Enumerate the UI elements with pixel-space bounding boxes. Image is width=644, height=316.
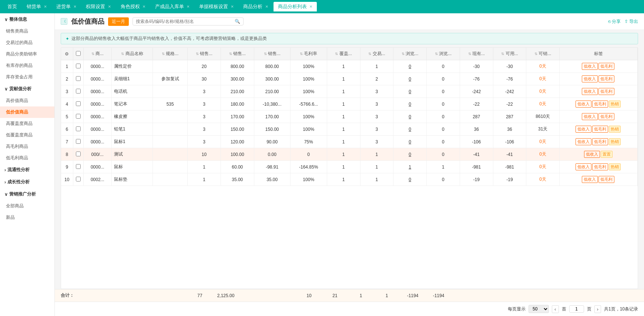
sidebar-item-traded-products[interactable]: 交易过的商品 xyxy=(0,37,54,48)
view1-link[interactable]: 0 xyxy=(409,177,411,182)
export-button[interactable]: ⇧ 导出 xyxy=(624,18,638,25)
select-all-checkbox[interactable] xyxy=(76,51,81,56)
col-current[interactable]: ⇅ 现有... xyxy=(460,48,493,60)
nav-permission[interactable]: 权限设置 × xyxy=(81,2,115,11)
row-checkbox[interactable] xyxy=(76,114,81,119)
col-spec[interactable]: ⇅ 规格... xyxy=(153,48,188,60)
cell-checkbox[interactable] xyxy=(73,73,83,85)
cell-checkbox[interactable] xyxy=(73,85,83,98)
tag-label: 低收入 xyxy=(584,151,600,158)
cell-view1[interactable]: 0 xyxy=(393,73,427,85)
view1-link[interactable]: 0 xyxy=(409,139,411,145)
row-checkbox[interactable] xyxy=(76,126,81,131)
sidebar-group-circulation[interactable]: › 流通性分析 xyxy=(0,164,54,176)
view1-link[interactable]: 0 xyxy=(409,114,411,119)
cell-checkbox[interactable] xyxy=(73,111,83,123)
page-number-input[interactable] xyxy=(569,305,584,313)
sidebar-item-low-margin[interactable]: 低毛利商品 xyxy=(0,152,54,164)
col-sellable[interactable]: ⇅ 可销... xyxy=(526,48,560,60)
row-checkbox[interactable] xyxy=(76,164,81,169)
nav-product-analysis[interactable]: 商品分析 × xyxy=(239,2,272,11)
cell-checkbox[interactable] xyxy=(73,136,83,148)
search-input[interactable] xyxy=(136,19,235,24)
nav-product-in[interactable]: 产成品入库单 × xyxy=(151,2,194,11)
nav-purchase[interactable]: 进货单 × xyxy=(52,2,81,11)
data-table-container: ⚙ ⇅ 商... ⇅ 商品名称 ⇅ 规格... ⇅ 销售... ⇅ 销售... … xyxy=(61,47,638,289)
nav-template[interactable]: 单据模板设置 × xyxy=(195,2,238,11)
cell-checkbox[interactable] xyxy=(73,123,83,136)
next-page-button[interactable]: › xyxy=(594,305,601,313)
sidebar-item-sales-products[interactable]: 销售类商品 xyxy=(0,26,54,37)
page-prefix: 首 xyxy=(562,306,566,312)
sidebar-collapse-button[interactable]: 《 xyxy=(61,18,67,25)
cell-view1[interactable]: 0 xyxy=(393,148,427,161)
cell-checkbox[interactable] xyxy=(73,60,83,73)
nav-sales[interactable]: 销货单 × xyxy=(22,2,51,11)
row-checkbox[interactable] xyxy=(76,76,81,81)
view1-link[interactable]: 0 xyxy=(409,89,411,94)
sidebar-item-inventory-products[interactable]: 有库存的商品 xyxy=(0,60,54,71)
col-settings[interactable]: ⚙ xyxy=(61,48,73,60)
page-size-select[interactable]: 50 100 200 xyxy=(529,305,549,313)
first-page-button[interactable]: ‹ xyxy=(552,305,559,313)
nav-role[interactable]: 角色授权 × xyxy=(116,2,150,11)
cell-view2: 0 xyxy=(427,148,460,161)
cell-view1[interactable]: 0 xyxy=(393,60,427,73)
share-button[interactable]: ⎋ 分享 xyxy=(608,18,621,25)
sidebar-group-growth[interactable]: › 成长性分析 xyxy=(0,176,54,188)
sidebar-group-general[interactable]: ∨ 整体信息 xyxy=(0,13,54,26)
row-checkbox[interactable] xyxy=(76,139,81,144)
cell-view1[interactable]: 0 xyxy=(393,123,427,136)
search-icon[interactable]: 🔍 xyxy=(235,19,240,24)
row-checkbox[interactable] xyxy=(76,101,81,106)
cell-view1[interactable]: 1 xyxy=(393,161,427,173)
col-code[interactable]: ⇅ 商... xyxy=(83,48,111,60)
sidebar-group-marketing[interactable]: ∨ 营销推广分析 xyxy=(0,188,54,200)
sidebar-item-category-rate[interactable]: 商品分类助销率 xyxy=(0,48,54,60)
row-checkbox[interactable] xyxy=(76,64,81,68)
col-sales-price[interactable]: ⇅ 销售... xyxy=(221,48,254,60)
view1-link[interactable]: 0 xyxy=(409,64,411,69)
row-checkbox[interactable] xyxy=(76,177,81,181)
col-name[interactable]: ⇅ 商品名称 xyxy=(111,48,152,60)
col-sales-qty[interactable]: ⇅ 销售... xyxy=(188,48,221,60)
sidebar-item-high-margin[interactable]: 高毛利商品 xyxy=(0,141,54,152)
sidebar-item-new-products[interactable]: 新品 xyxy=(0,212,54,223)
cell-view1[interactable]: 0 xyxy=(393,111,427,123)
cell-view1[interactable]: 0 xyxy=(393,98,427,111)
sidebar-item-high-coverage[interactable]: 高覆盖度商品 xyxy=(0,118,54,129)
sidebar-item-low-coverage[interactable]: 低覆盖度商品 xyxy=(0,129,54,141)
cell-view1[interactable]: 0 xyxy=(393,85,427,98)
cell-view1[interactable]: 0 xyxy=(393,136,427,148)
filter-period-button[interactable]: 近一月 xyxy=(108,17,129,26)
col-coverage[interactable]: ⇅ 覆盖... xyxy=(327,48,360,60)
view1-link[interactable]: 0 xyxy=(409,127,411,132)
col-view1[interactable]: ⇅ 浏览... xyxy=(393,48,427,60)
sidebar-item-high-value[interactable]: 高价值商品 xyxy=(0,95,54,106)
view1-link[interactable]: 0 xyxy=(409,152,411,157)
col-available[interactable]: ⇅ 可用... xyxy=(493,48,526,60)
sidebar-item-all-products[interactable]: 全部商品 xyxy=(0,200,54,212)
cell-checkbox[interactable] xyxy=(73,161,83,173)
sidebar-item-low-value[interactable]: 低价值商品 xyxy=(0,106,54,118)
cell-checkbox[interactable] xyxy=(73,148,83,161)
row-checkbox[interactable] xyxy=(76,152,81,156)
cell-view1[interactable]: 0 xyxy=(393,173,427,186)
col-transaction[interactable]: ⇅ 交易... xyxy=(360,48,393,60)
view1-link[interactable]: 0 xyxy=(409,102,411,107)
col-gross-rate[interactable]: ⇅ 毛利率 xyxy=(290,48,327,60)
cell-checkbox[interactable] xyxy=(73,173,83,186)
cell-sales-amount: 35.00 xyxy=(254,173,290,186)
view1-link[interactable]: 1 xyxy=(409,164,411,170)
row-checkbox[interactable] xyxy=(76,89,81,94)
sidebar-item-inventory-fund[interactable]: 库存资金占用 xyxy=(0,71,54,83)
cell-name: 橡皮擦 xyxy=(111,111,152,123)
col-view2[interactable]: ⇅ 浏览... xyxy=(427,48,460,60)
nav-product-analysis-list[interactable]: 商品分析列表 × xyxy=(274,2,317,11)
nav-home[interactable]: 首页 xyxy=(3,2,21,11)
col-sales-amount[interactable]: ⇅ 销售... xyxy=(254,48,290,60)
cell-coverage: 1 xyxy=(327,111,360,123)
sidebar-group-contribution[interactable]: ∨ 贡献值分析 xyxy=(0,83,54,95)
view1-link[interactable]: 0 xyxy=(409,77,411,82)
cell-checkbox[interactable] xyxy=(73,98,83,111)
